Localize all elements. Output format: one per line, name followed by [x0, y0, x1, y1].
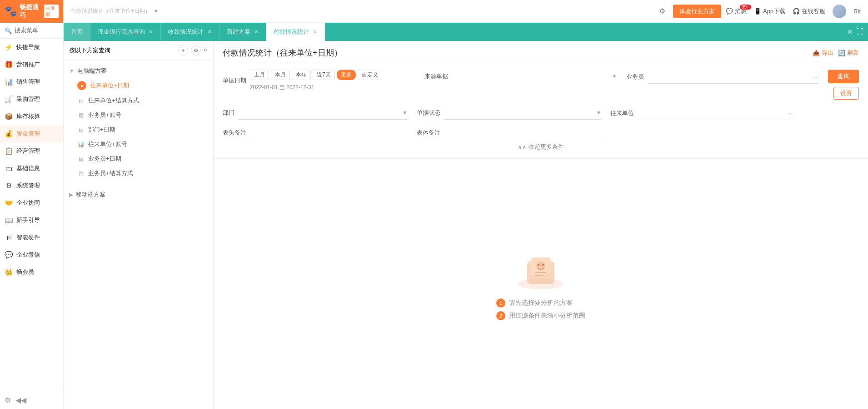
scheme-item-label: 部门+日期 — [88, 126, 115, 134]
tab-new-scheme-close[interactable]: ✕ — [254, 29, 259, 35]
window-close-icon[interactable]: ✕ — [847, 28, 853, 36]
query-btn[interactable]: 查询 — [828, 70, 859, 83]
body-memo-filter: 表体备注 — [417, 126, 602, 139]
source-select[interactable]: ▼ — [452, 70, 617, 83]
date-7days-btn[interactable]: 近7天 — [313, 70, 335, 80]
collapse-more-btn[interactable]: ∧∧ 收起更多条件 — [223, 139, 859, 151]
counterparty-label: 往来单位 — [610, 109, 634, 117]
refresh-label: 刷新 — [847, 49, 859, 57]
add-scheme-btn[interactable]: + — [178, 45, 188, 56]
message-badge: 99+ — [740, 5, 751, 10]
sidebar-item-sales[interactable]: 📊 销售管理 — [0, 73, 63, 91]
empty-state: 1 请先选择要分析的方案 2 用过滤条件来缩小分析范围 — [214, 159, 868, 409]
date-options: 上月 本月 本年 近7天 更多 自定义 — [250, 70, 382, 80]
sidebar-item-quick-nav[interactable]: ⚡ 快捷导航 — [0, 39, 63, 56]
agent-ellipsis[interactable]: ··· — [810, 73, 819, 80]
settings-btn2[interactable]: 设置 — [833, 87, 859, 100]
sidebar-item-purchase[interactable]: 🛒 采购管理 — [0, 91, 63, 108]
agent-input[interactable] — [648, 70, 810, 83]
collapse-icon: ∧∧ — [518, 144, 527, 151]
date-this-month-btn[interactable]: 本月 — [271, 70, 290, 80]
scheme-icon: ▤ — [77, 155, 85, 162]
tab-payable[interactable]: 付款情况统计 ✕ — [266, 23, 325, 41]
sidebar-item-label: 快捷导航 — [16, 43, 40, 51]
user-avatar[interactable] — [833, 5, 846, 18]
scheme-item-dept-date[interactable]: ▤ 部门+日期 — [64, 122, 213, 137]
search-icon: 🔍 — [5, 27, 12, 34]
status-label: 单据状态 — [417, 109, 440, 117]
service-icon: 🎧 — [793, 8, 800, 15]
scheme-item-agent-account[interactable]: ▤ 业务员+账号 — [64, 108, 213, 122]
app-download-btn[interactable]: 📱 App下载 — [754, 7, 785, 15]
counterparty-input[interactable] — [638, 106, 787, 120]
status-select[interactable]: ▼ — [444, 106, 602, 120]
sidebar-item-label: 经营管理 — [16, 147, 40, 155]
sidebar-item-wechat[interactable]: 💬 企业微信 — [0, 246, 63, 263]
left-panel: 按以下方案查询 + ⚙ « ▼ 电脑端方案 ● 往来单位+日期 ▤ — [64, 41, 214, 409]
scheme-item-counterparty-date[interactable]: ● 往来单位+日期 — [64, 78, 213, 93]
topbar-settings-btn[interactable]: ⚙ — [656, 5, 668, 18]
scheme-settings-btn[interactable]: ⚙ — [191, 45, 201, 56]
sidebar-tag: 标准版 — [44, 5, 59, 18]
date-custom-btn[interactable]: 自定义 — [358, 70, 382, 80]
message-btn[interactable]: 💬 消息 99+ — [726, 7, 747, 15]
date-this-year-btn[interactable]: 本年 — [292, 70, 311, 80]
sidebar-settings-icon[interactable]: ⚙ — [5, 396, 11, 404]
tab-cashflow[interactable]: 现金银行流水查询 ✕ — [90, 23, 161, 41]
sidebar-item-marketing[interactable]: 🎁 营销推广 — [0, 56, 63, 73]
enterprise-icon: 🤝 — [5, 199, 13, 207]
header-memo-input[interactable] — [250, 126, 408, 139]
svg-point-4 — [538, 264, 539, 266]
mobile-scheme-group-title[interactable]: ▶ 移动端方案 — [64, 188, 213, 202]
sidebar-item-enterprise[interactable]: 🤝 企业协同 — [0, 194, 63, 212]
online-service-btn[interactable]: 🎧 在线客服 — [793, 7, 825, 15]
tab-new-scheme[interactable]: 新建方案 ✕ — [219, 23, 266, 41]
date-last-month-btn[interactable]: 上月 — [250, 70, 269, 80]
pc-scheme-group: ▼ 电脑端方案 ● 往来单位+日期 ▤ 往来单位+结算方式 ▤ 业务员+账号 ▤ — [64, 61, 213, 184]
dept-select[interactable]: ▼ — [238, 106, 408, 120]
sidebar-item-finance[interactable]: 💰 资金管理 — [0, 125, 63, 142]
sidebar-item-label: 企业协同 — [16, 199, 40, 207]
mobile-scheme-group: ▶ 移动端方案 — [64, 184, 213, 205]
tab-cashflow-close[interactable]: ✕ — [149, 29, 153, 35]
app-icon: 📱 — [754, 8, 761, 15]
scheme-item-agent-settlement[interactable]: ▤ 业务员+结算方式 — [64, 166, 213, 181]
trial-industry-btn[interactable]: 体验行业方案 — [673, 5, 721, 18]
sidebar-search[interactable]: 🔍 搜索菜单 — [0, 23, 63, 39]
scheme-item-counterparty-account[interactable]: 📊 往来单位+账号 — [64, 137, 213, 151]
left-panel-header: 按以下方案查询 + ⚙ « — [64, 41, 213, 61]
sidebar-item-member[interactable]: 👑 畅会员 — [0, 263, 63, 281]
refresh-btn[interactable]: 🔄 刷新 — [838, 49, 859, 57]
window-maximize-icon[interactable]: ⛶ — [856, 28, 863, 36]
scheme-item-agent-date[interactable]: ▤ 业务员+日期 — [64, 151, 213, 166]
scheme-icon: ▤ — [77, 97, 85, 104]
sidebar-item-system[interactable]: ⚙ 系统管理 — [0, 177, 63, 194]
tab-receivable-close[interactable]: ✕ — [207, 29, 212, 35]
export-btn[interactable]: 📤 导出 — [813, 49, 833, 57]
sidebar: 🐾 畅捷通巧 标准版 🔍 搜索菜单 ⚡ 快捷导航 🎁 营销推广 📊 销售管理 🛒… — [0, 0, 64, 409]
quick-nav-icon: ⚡ — [5, 43, 13, 51]
date-filter: 单据日期 上月 本月 本年 近7天 更多 自定义 2022-01-01 至 20… — [223, 70, 415, 91]
counterparty-ellipsis[interactable]: ··· — [787, 110, 795, 116]
pc-scheme-group-title[interactable]: ▼ 电脑端方案 — [64, 64, 213, 78]
filter-row-1: 单据日期 上月 本月 本年 近7天 更多 自定义 2022-01-01 至 20… — [223, 70, 859, 100]
sidebar-collapse-icon[interactable]: ◀◀ — [15, 396, 26, 404]
scheme-item-label: 业务员+结算方式 — [88, 169, 133, 177]
left-panel-collapse-btn[interactable]: « — [204, 45, 208, 56]
content-area: 按以下方案查询 + ⚙ « ▼ 电脑端方案 ● 往来单位+日期 ▤ — [64, 41, 868, 409]
scheme-item-counterparty-settlement[interactable]: ▤ 往来单位+结算方式 — [64, 93, 213, 108]
sidebar-item-inventory[interactable]: 📦 库存核算 — [0, 108, 63, 125]
tab-receivable[interactable]: 收款情况统计 ✕ — [161, 23, 219, 41]
mobile-group-label: 移动端方案 — [76, 191, 105, 199]
sidebar-item-guide[interactable]: 📖 新手引导 — [0, 212, 63, 229]
sidebar-item-label: 资金管理 — [16, 130, 40, 138]
refresh-icon: 🔄 — [838, 50, 845, 56]
sidebar-item-operation[interactable]: 📋 经营管理 — [0, 142, 63, 160]
tab-payable-close[interactable]: ✕ — [313, 29, 317, 35]
sidebar-item-hardware[interactable]: 🖥 智能硬件 — [0, 229, 63, 246]
body-memo-input[interactable] — [444, 126, 602, 139]
date-more-btn[interactable]: 更多 — [337, 70, 356, 80]
tab-home[interactable]: 首页 — [64, 23, 90, 41]
sidebar-item-basic[interactable]: 🗃 基础信息 — [0, 160, 63, 177]
topbar-right: 💬 消息 99+ 📱 App下载 🎧 在线客服 Rit — [726, 5, 861, 18]
